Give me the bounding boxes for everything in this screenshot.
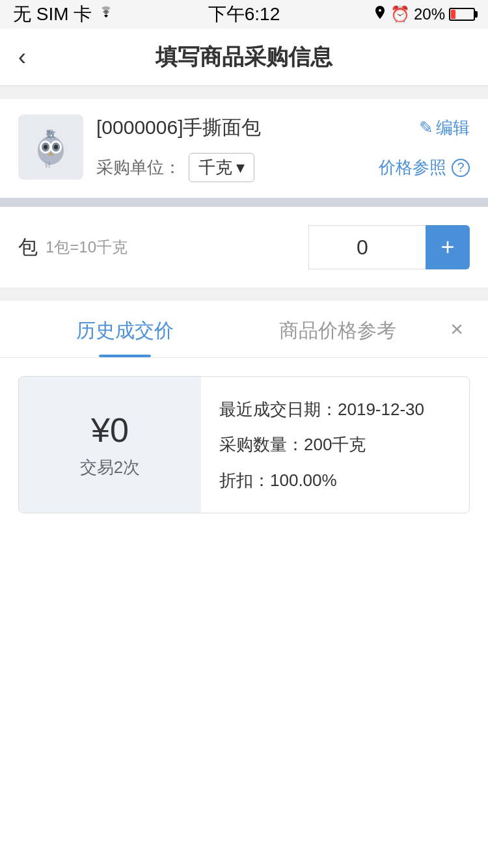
edit-button[interactable]: ✎ 编辑 (419, 116, 470, 139)
svg-text:计: 计 (45, 161, 51, 169)
status-carrier: 无 SIM 卡 (13, 2, 115, 27)
edit-label: 编辑 (436, 116, 470, 139)
content-area (0, 532, 488, 868)
price-detail-discount: 折扣：100.00% (219, 468, 451, 492)
purchase-qty-value: 200千克 (304, 435, 366, 454)
price-currency: ¥ (91, 411, 110, 449)
status-time: 下午6:12 (208, 2, 280, 27)
unit-label: 包 1包=10千克 (18, 234, 128, 261)
battery-icon (449, 8, 475, 21)
purchase-row: 采购单位： 千克 ▾ 价格参照 ? (96, 153, 470, 182)
nav-bar: ‹ 填写商品采购信息 (0, 29, 488, 86)
carrier-text: 无 SIM 卡 (13, 2, 92, 27)
edit-icon: ✎ (419, 118, 433, 138)
tab-history-price[interactable]: 历史成交价 (18, 301, 231, 357)
price-detail-qty: 采购数量：200千克 (219, 433, 451, 456)
battery-percent: 20% (414, 5, 445, 23)
quantity-plus-button[interactable]: + (426, 225, 470, 269)
price-ref-button[interactable]: 价格参照 ? (379, 156, 470, 179)
recent-date-value: 2019-12-30 (338, 400, 424, 419)
product-thumbnail: 数 计 (18, 115, 83, 180)
product-card: 数 计 [0000006]手撕面包 ✎ 编辑 采购单位： 千克 ▾ (0, 99, 488, 198)
status-bar: 无 SIM 卡 下午6:12 ⏰ 20% (0, 0, 488, 29)
discount-value: 100.00% (270, 470, 337, 490)
section-divider (0, 198, 488, 207)
price-amount: ¥0 (91, 411, 129, 450)
product-info: [0000006]手撕面包 ✎ 编辑 采购单位： 千克 ▾ 价格参照 ? (96, 115, 470, 182)
price-card: ¥0 交易2次 最近成交日期：2019-12-30 采购数量：200千克 折扣：… (18, 376, 470, 513)
purchase-unit-label: 采购单位： (96, 156, 181, 179)
question-icon: ? (452, 159, 470, 177)
recent-date-label: 最近成交日期： (219, 400, 338, 419)
location-icon (373, 5, 386, 23)
unit-box: 包 (18, 234, 38, 261)
page-title: 填写商品采购信息 (156, 42, 332, 72)
status-right: ⏰ 20% (373, 5, 475, 23)
wifi-icon (97, 4, 115, 25)
unit-value: 千克 (198, 156, 232, 179)
price-ref-label: 价格参照 (379, 156, 446, 179)
price-value: 0 (110, 411, 129, 449)
purchase-unit: 采购单位： 千克 ▾ (96, 153, 254, 182)
product-row: 数 计 [0000006]手撕面包 ✎ 编辑 采购单位： 千克 ▾ (18, 115, 470, 182)
chevron-down-icon: ▾ (236, 157, 245, 178)
price-left: ¥0 交易2次 (19, 377, 201, 513)
alarm-icon: ⏰ (390, 5, 410, 23)
unit-sub: 1包=10千克 (46, 237, 128, 258)
price-detail-date: 最近成交日期：2019-12-30 (219, 398, 451, 421)
unit-select[interactable]: 千克 ▾ (189, 153, 254, 182)
quantity-input[interactable] (308, 225, 426, 269)
owl-logo: 数 计 (28, 124, 74, 170)
price-times: 交易2次 (80, 456, 140, 479)
tab-product-price-ref[interactable]: 商品价格参考 (231, 301, 444, 357)
tabs-header: 历史成交价 商品价格参考 × (0, 301, 488, 358)
product-header: [0000006]手撕面包 ✎ 编辑 (96, 115, 470, 141)
back-button[interactable]: ‹ (18, 44, 26, 71)
svg-point-5 (44, 145, 47, 150)
price-right: 最近成交日期：2019-12-30 采购数量：200千克 折扣：100.00% (201, 377, 469, 513)
quantity-row: 包 1包=10千克 + (0, 207, 488, 288)
product-name: [0000006]手撕面包 (96, 115, 261, 141)
svg-text:数: 数 (46, 129, 56, 139)
tab-close-button[interactable]: × (444, 310, 470, 348)
quantity-input-group: + (308, 225, 470, 269)
tabs-section: 历史成交价 商品价格参考 × ¥0 交易2次 最近成交日期：2019-12-30… (0, 301, 488, 868)
purchase-qty-label: 采购数量： (219, 435, 304, 454)
svg-point-6 (54, 145, 58, 150)
discount-label: 折扣： (219, 470, 270, 490)
